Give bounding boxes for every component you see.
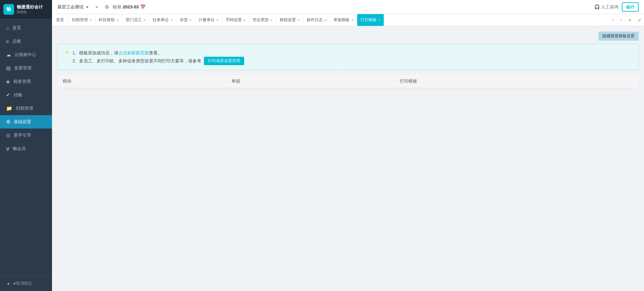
notice-line1-pre: 1、模板添加成功后，请 <box>72 50 118 55</box>
sidebar-item-label: 税务管理 <box>13 79 31 85</box>
tab-partner[interactable]: 往来单位 × <box>149 14 176 26</box>
tab-subject[interactable]: 科目期初 × <box>95 14 122 26</box>
headphone-icon: 🎧 <box>594 4 600 9</box>
tab-voucher[interactable]: 凭证类型 × <box>249 14 276 26</box>
print-template-table: 模块 单据 打印模板 <box>57 75 639 88</box>
tab-oplog[interactable]: 操作日志 × <box>303 14 330 26</box>
period-value: 2023-03 <box>123 4 139 9</box>
tab-nav-prev-button[interactable]: ‹ <box>609 14 617 26</box>
sidebar-item-label: 首页 <box>12 25 21 31</box>
tab-inventory[interactable]: 存货 × <box>176 14 195 26</box>
cloud-icon: ☁ <box>6 52 11 58</box>
sidebar-item-label: 发票管理 <box>14 65 32 71</box>
sidebar-item-settings[interactable]: ⚙ 基础设置 <box>0 115 52 129</box>
content-area: 隐藏预置模板设置 ☀ 1、模板添加成功后，请点击刷新新页面查看。 2、多员工、多… <box>52 26 644 291</box>
tab-oplog-close-icon[interactable]: × <box>324 18 326 22</box>
tab-taxset-label: 财税设置 <box>280 17 296 23</box>
tab-unit[interactable]: 计量单位 × <box>195 14 222 26</box>
company-dropdown-icon[interactable]: ▼ <box>86 5 89 9</box>
sidebar: 畅 畅捷通好会计 旗舰版 ⌂ 首页 ≡ 总账 ☁ 云报表中心 ▤ 发票管理 ◈ … <box>0 0 52 291</box>
tab-expand-button[interactable]: ⤢ <box>635 14 644 26</box>
guide-icon: ◎ <box>6 132 10 138</box>
tab-home[interactable]: 首页 <box>52 14 68 26</box>
tab-receipt[interactable]: 单据模板 × <box>330 14 357 26</box>
sidebar-item-label: 新手引导 <box>14 132 31 138</box>
tab-print[interactable]: 打印模板 × <box>357 14 384 26</box>
col-module: 模块 <box>57 75 226 88</box>
home-icon: ⌂ <box>6 25 9 31</box>
tab-oplog-label: 操作日志 <box>307 17 323 23</box>
invoice-icon: ▤ <box>6 65 11 71</box>
support-label: 人工咨询 <box>601 4 619 10</box>
company-name: 基层工会测试 <box>57 4 84 10</box>
notice-line1: 1、模板添加成功后，请点击刷新新页面查看。 <box>72 49 244 57</box>
sidebar-item-ledger[interactable]: ≡ 总账 <box>0 35 52 48</box>
sidebar-logo: 畅 畅捷通好会计 旗舰版 <box>0 0 52 19</box>
tab-receipt-close-icon[interactable]: × <box>351 18 353 22</box>
sidebar-item-archive[interactable]: 📁 归档管理 <box>0 102 52 115</box>
hide-template-button[interactable]: 隐藏预置模板设置 <box>598 32 639 41</box>
add-tab-button[interactable]: + <box>93 3 101 11</box>
sidebar-footer-label: ◄取消固定 <box>12 281 32 286</box>
col-template: 打印模板 <box>394 75 639 88</box>
tab-inventory-close-icon[interactable]: × <box>190 18 192 22</box>
sidebar-item-tax[interactable]: ◈ 税务管理 <box>0 75 52 88</box>
notice-content: 1、模板添加成功后，请点击刷新新页面查看。 2、多员工、多打印机、多种业务类型设… <box>72 49 244 65</box>
tab-subject-label: 科目期初 <box>99 17 115 23</box>
tab-archive[interactable]: 归档管理 × <box>68 14 95 26</box>
period-label: 账期 <box>113 4 121 10</box>
settings-gear-icon[interactable]: ⚙ <box>103 3 111 11</box>
tab-bar-right: ‹ › × ⤢ <box>609 14 644 26</box>
sidebar-item-invoice[interactable]: ▤ 发票管理 <box>0 61 52 75</box>
calendar-icon[interactable]: 📅 <box>140 4 146 9</box>
tab-dept-label: 部门员工 <box>126 17 142 23</box>
sidebar-pin-toggle[interactable]: ◄ ◄取消固定 <box>0 276 52 291</box>
tab-subject-close-icon[interactable]: × <box>116 18 118 22</box>
action-bar: 隐藏预置模板设置 <box>57 32 639 41</box>
sidebar-item-report[interactable]: ☁ 云报表中心 <box>0 48 52 61</box>
bulb-icon: ☀ <box>64 49 69 56</box>
tab-home-label: 首页 <box>56 17 64 23</box>
tab-partner-label: 往来单位 <box>153 17 169 23</box>
tab-currency-close-icon[interactable]: × <box>244 18 246 22</box>
notice-line1-post: 查看。 <box>149 50 162 55</box>
app-logo-icon: 畅 <box>3 4 14 15</box>
sidebar-nav: ⌂ 首页 ≡ 总账 ☁ 云报表中心 ▤ 发票管理 ◈ 税务管理 ✔ 结账 📁 归… <box>0 19 52 276</box>
tab-currency-label: 币种设置 <box>226 17 242 23</box>
tab-unit-close-icon[interactable]: × <box>216 18 218 22</box>
sidebar-item-closing[interactable]: ✔ 结账 <box>0 88 52 102</box>
tab-currency[interactable]: 币种设置 × <box>222 14 249 26</box>
tab-partner-close-icon[interactable]: × <box>170 18 172 22</box>
notice-line2-pre: 2、多员工、多打印机、多种业务类型设置不同打印方案等，请参考 <box>72 57 201 65</box>
sidebar-item-vip[interactable]: V 畅会员 <box>0 142 52 155</box>
tab-dept[interactable]: 部门员工 × <box>122 14 149 26</box>
tab-nav-next-button[interactable]: › <box>617 14 625 26</box>
sidebar-item-guide[interactable]: ◎ 新手引导 <box>0 129 52 142</box>
tab-archive-close-icon[interactable]: × <box>90 18 92 22</box>
sidebar-item-home[interactable]: ⌂ 首页 <box>0 21 52 35</box>
sidebar-item-label: 总账 <box>12 38 21 44</box>
tab-voucher-close-icon[interactable]: × <box>270 18 272 22</box>
tab-print-label: 打印模板 <box>361 17 377 23</box>
archive-icon: 📁 <box>6 105 12 111</box>
tax-icon: ◈ <box>6 79 10 85</box>
ledger-icon: ≡ <box>6 39 9 44</box>
tab-dept-close-icon[interactable]: × <box>144 18 146 22</box>
explain-button[interactable]: 打印场景设置宣明 <box>204 57 244 65</box>
tab-taxset[interactable]: 财税设置 × <box>276 14 303 26</box>
support-button[interactable]: 🎧 人工咨询 <box>594 4 619 10</box>
tab-unit-label: 计量单位 <box>199 17 215 23</box>
account-label: 会计 <box>626 4 635 9</box>
notice-refresh-link[interactable]: 点击刷新新页面 <box>118 50 149 55</box>
settings-icon: ⚙ <box>6 119 10 125</box>
vip-icon: V <box>6 146 9 152</box>
tab-close-all-button[interactable]: × <box>625 14 635 26</box>
main-area: 基层工会测试 ▼ + ⚙ 账期 2023-03 📅 🎧 人工咨询 会计 首页 归… <box>52 0 644 291</box>
sidebar-item-label: 归档管理 <box>16 105 33 111</box>
pin-icon: ◄ <box>6 281 10 286</box>
account-button[interactable]: 会计 <box>622 2 639 12</box>
tab-taxset-close-icon[interactable]: × <box>298 18 300 22</box>
header-right: 🎧 人工咨询 会计 <box>594 2 639 12</box>
tab-print-close-icon[interactable]: × <box>378 18 380 22</box>
sidebar-item-label: 云报表中心 <box>14 52 36 58</box>
